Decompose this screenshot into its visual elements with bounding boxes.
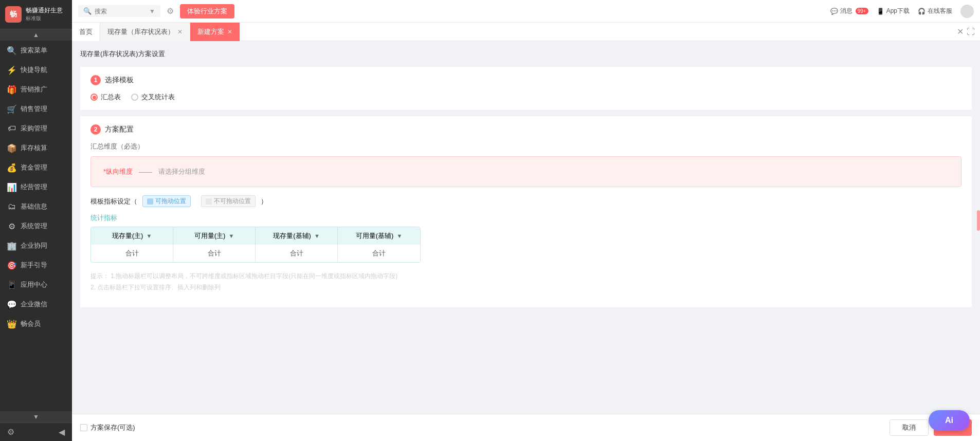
window-close-icon[interactable]: ✕ [957,27,964,36]
inventory-icon: 📦 [7,143,16,153]
sidebar-item-system[interactable]: ⚙ 系统管理 [0,216,72,236]
finance-icon: 💰 [7,163,16,172]
sidebar-item-enterprise[interactable]: 🏢 企业协同 [0,236,72,255]
tabs-bar: 首页 现存量（库存状况表） ✕ 新建方案 ✕ ✕ ⛶ [72,23,980,41]
indicator-settings-label: 模板指标设定（ [90,197,137,206]
page-footer: 方案保存(可选) 取消 查询 [72,414,980,441]
dimension-label: 汇总维度（必选） [90,142,961,151]
col-dropdown-0[interactable]: ▼ [146,233,152,239]
step1-card: 1 选择模板 汇总表 交叉统计表 [80,67,972,110]
app-download-item[interactable]: 📱 App下载 [877,7,910,15]
tab-home[interactable]: 首页 [72,23,100,41]
col-header-2: 现存量(基辅) ▼ [256,227,338,245]
dimension-area: *纵向维度 —— 请选择分组维度 [90,156,961,187]
quick-nav-icon: ⚡ [7,65,16,75]
app-download-icon: 📱 [877,8,884,15]
topbar: 🔍 ▼ ⚙ 体验行业方案 💬 消息 99+ 📱 App下载 🎧 在线客服 [72,0,980,23]
collapse-icon[interactable]: ◀ [59,427,65,437]
headset-icon: 🎧 [918,8,925,15]
logo-icon: 畅 [5,6,22,23]
marketing-icon: 🎁 [7,85,16,94]
col-header-1: 可用量(主) ▼ [173,227,256,245]
trial-btn[interactable]: 体验行业方案 [180,4,234,19]
col-dropdown-1[interactable]: ▼ [228,233,234,239]
sidebar-item-app-center[interactable]: 📱 应用中心 [0,275,72,295]
indicator-settings: 模板指标设定（ 可拖动位置 不可拖动位置 ） 统计指标 [90,195,961,293]
topbar-right: 💬 消息 99+ 📱 App下载 🎧 在线客服 [830,5,974,18]
sidebar-item-operations[interactable]: 📊 经营管理 [0,177,72,197]
sidebar-scroll-up[interactable]: ▲ [0,29,72,41]
col-body-0: 合计 [91,245,173,262]
step2-header: 2 方案配置 [90,124,961,135]
step2-card: 2 方案配置 汇总维度（必选） *纵向维度 —— 请选择分组维度 模板指标设定（ [80,116,972,307]
enterprise-icon: 🏢 [7,241,16,250]
logo-text: 畅赚通好生意 标准版 [26,7,63,22]
radio-cross[interactable]: 交叉统计表 [131,93,175,102]
col-header-3: 可用量(基辅) ▼ [338,227,420,245]
cancel-button[interactable]: 取消 [890,419,929,436]
sales-icon: 🛒 [7,104,16,114]
main: 首页 现存量（库存状况表） ✕ 新建方案 ✕ ✕ ⛶ 现存量(库存状况表)方案设… [72,23,980,441]
search-icon: 🔍 [7,46,16,55]
col-dropdown-2[interactable]: ▼ [314,233,320,239]
hint-text: 提示： 1.拖动标题栏可以调整布局，不可跨维度或指标区域拖动栏目字段(只能在同一… [90,271,961,293]
topbar-search: 🔍 ▼ [78,5,160,17]
sidebar-item-quick-nav[interactable]: ⚡ 快捷导航 [0,60,72,80]
col-body-1: 合计 [173,245,256,262]
dimension-row: *纵向维度 —— 请选择分组维度 [103,167,949,176]
window-expand-icon[interactable]: ⛶ [967,27,975,36]
tab-inventory-close[interactable]: ✕ [177,28,183,35]
wechat-icon: 💬 [7,300,16,309]
sidebar-item-sales[interactable]: 🛒 销售管理 [0,99,72,119]
search-input[interactable] [95,8,146,15]
tab-new-scheme[interactable]: 新建方案 ✕ [190,23,240,41]
stats-label: 统计指标 [90,213,961,223]
save-checkbox[interactable] [80,424,87,431]
sidebar-item-marketing[interactable]: 🎁 营销推广 [0,80,72,99]
draggable-badge: 可拖动位置 [142,195,191,207]
page-content: 现存量(库存状况表)方案设置 1 选择模板 汇总表 交叉统计表 [72,41,980,414]
operations-icon: 📊 [7,182,16,192]
sidebar-item-search[interactable]: 🔍 搜索菜单 [0,41,72,60]
indicator-table-header: 现存量(主) ▼ 可用量(主) ▼ 现存量(基辅) ▼ 可用量(基辅) [91,227,420,245]
sidebar-nav: 🔍 搜索菜单 ⚡ 快捷导航 🎁 营销推广 🛒 销售管理 🏷 采购管理 📦 库存核… [0,41,72,411]
indicator-settings-suffix: ） [261,197,267,206]
sidebar-item-member[interactable]: 👑 畅会员 [0,314,72,334]
save-option[interactable]: 方案保存(可选) [80,423,135,432]
sidebar-logo: 畅 畅赚通好生意 标准版 [0,0,72,29]
user-avatar[interactable] [960,5,974,18]
col-dropdown-3[interactable]: ▼ [396,233,402,239]
col-header-0: 现存量(主) ▼ [91,227,173,245]
no-drag-badge: 不可拖动位置 [201,195,256,207]
basic-info-icon: 🗂 [7,202,16,211]
search-dropdown-icon[interactable]: ▼ [149,8,155,15]
tab-inventory-status[interactable]: 现存量（库存状况表） ✕ [100,23,190,41]
indicator-table-body: 合计 合计 合计 合计 [91,245,420,262]
system-icon: ⚙ [7,222,16,231]
indicator-settings-header: 模板指标设定（ 可拖动位置 不可拖动位置 ） [90,195,961,207]
radio-summary[interactable]: 汇总表 [90,93,121,102]
messages-item[interactable]: 💬 消息 99+ [830,7,868,15]
sidebar-footer: ⚙ ◀ [0,422,72,441]
sidebar-scroll-down[interactable]: ▼ [0,411,72,422]
sidebar-item-new-guide[interactable]: 🎯 新手引导 [0,255,72,275]
template-radio-group: 汇总表 交叉统计表 [90,93,961,102]
purchase-icon: 🏷 [7,124,16,133]
sidebar-item-purchase[interactable]: 🏷 采购管理 [0,119,72,138]
sidebar-item-wechat[interactable]: 💬 企业微信 [0,295,72,314]
settings-icon[interactable]: ⚙ [7,427,14,437]
sidebar-item-basic-info[interactable]: 🗂 基础信息 [0,197,72,216]
member-icon: 👑 [7,319,16,328]
step1-header: 1 选择模板 [90,75,961,85]
sidebar: 畅 畅赚通好生意 标准版 ▲ 🔍 搜索菜单 ⚡ 快捷导航 🎁 营销推广 🛒 销售… [0,0,72,441]
col-body-2: 合计 [256,245,338,262]
ai-bubble[interactable]: Ai [929,410,970,431]
settings-icon[interactable]: ⚙ [167,6,174,16]
sidebar-item-finance[interactable]: 💰 资金管理 [0,158,72,177]
online-service-item[interactable]: 🎧 在线客服 [918,7,952,15]
col-body-3: 合计 [338,245,420,262]
new-guide-icon: 🎯 [7,261,16,270]
right-scrollbar-handle[interactable] [977,210,980,231]
sidebar-item-inventory[interactable]: 📦 库存核算 [0,138,72,158]
tab-new-scheme-close[interactable]: ✕ [227,28,232,35]
